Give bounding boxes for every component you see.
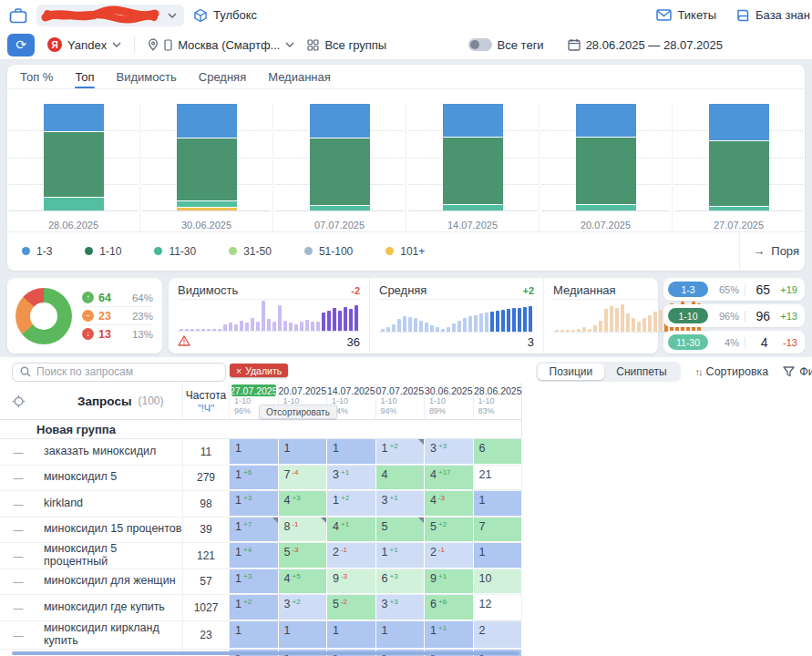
top-stat-row-11-30[interactable]: 11-304%4-13 [663,331,805,354]
position-cell[interactable]: 1 [327,439,376,465]
position-cell[interactable]: 1 [376,621,426,650]
horizontal-scrollbar[interactable] [12,651,519,655]
bar-segment-1-10[interactable] [709,140,769,207]
query-cell[interactable]: миноксидил 5 процентный [36,543,182,569]
group-row[interactable]: Новая группа [0,420,521,439]
table-row[interactable]: —миноксидил 5 процентный1211+45-32-11+12… [0,543,521,569]
position-cell[interactable]: 12 [474,595,523,620]
tab-visibility[interactable]: Видимость [117,66,177,87]
legend-item-51-100[interactable]: 51-100 [304,245,353,258]
bar-segment-1-3[interactable] [576,104,636,137]
stacked-bar[interactable] [443,104,503,210]
bar-segment-1-3[interactable] [709,104,769,140]
top-stat-row-1-3[interactable]: 1-365%65+19 [663,278,805,301]
legend-item-101+[interactable]: 101+ [385,245,425,258]
position-cell[interactable]: 1+6 [230,466,279,491]
queries-header[interactable]: Запросы (100) [36,383,182,419]
bar-segment-1-10[interactable] [44,131,104,196]
position-cell[interactable]: 2-1 [327,543,376,569]
bar-segment-11-30[interactable] [709,206,769,210]
row-drag-handle[interactable]: — [0,621,36,650]
position-cell[interactable]: 9+1 [425,569,474,595]
bar-segment-101+[interactable] [177,207,237,210]
position-cell[interactable]: 3+3 [376,595,426,620]
tab-median[interactable]: Медианная [268,66,331,87]
stacked-bar[interactable] [709,104,769,210]
position-cell[interactable]: 7 [474,518,523,543]
bar-segment-11-30[interactable] [443,204,503,210]
bar-segment-11-30[interactable] [44,197,104,210]
position-cell[interactable]: 3+2 [279,595,328,620]
search-input[interactable] [36,365,218,378]
query-cell[interactable]: миноксидил 5 [36,466,182,491]
position-cell[interactable]: 21 [474,466,523,491]
summary-panel-Видимость[interactable]: Видимость-236 [169,278,369,354]
position-cell[interactable]: 1 [279,439,328,465]
position-cell[interactable]: 4 [376,466,426,491]
table-row[interactable]: —заказать миноксидил111111+23+36 [0,439,521,466]
table-row[interactable]: —миноксидил 15 процентов391+78-14+155+27 [0,518,521,544]
bar-segment-1-10[interactable] [310,138,370,205]
position-cell[interactable]: 2-1 [425,543,474,569]
tags-toggle[interactable]: Все теги [468,38,544,52]
select-all-cell[interactable] [0,383,36,419]
position-cell[interactable]: 6 [474,439,523,465]
position-cell[interactable]: 6+6 [425,595,474,620]
position-cell[interactable]: 1+7 [230,518,279,543]
stacked-bar[interactable] [576,104,636,210]
summary-panel-Средняя[interactable]: Средняя+23 [369,278,543,354]
position-cell[interactable]: 5-2 [327,595,376,620]
position-cell[interactable]: 1+2 [376,439,426,465]
row-drag-handle[interactable]: — [0,466,36,491]
position-cell[interactable]: 1 [230,439,279,465]
position-cell[interactable]: 1+1 [376,543,426,569]
position-cell[interactable]: 4+17 [425,466,474,491]
row-drag-handle[interactable]: — [0,595,36,620]
position-cell[interactable]: 1 [474,491,523,517]
bar-segment-1-3[interactable] [443,104,503,137]
positions-tab[interactable]: Позиции [538,364,605,380]
bar-segment-11-30[interactable] [310,205,370,210]
row-drag-handle[interactable]: — [0,518,36,543]
position-cell[interactable]: 4+1 [327,518,376,543]
bar-segment-1-3[interactable] [177,104,237,138]
bar-segment-11-30[interactable] [177,200,237,207]
legend-item-1-3[interactable]: 1-3 [22,245,52,258]
bar-segment-1-3[interactable] [310,104,370,138]
position-cell[interactable]: 1+4 [230,543,279,569]
position-cell[interactable]: 4+3 [279,491,328,517]
bar-segment-1-3[interactable] [44,104,104,131]
position-cell[interactable]: 5+2 [425,518,474,543]
legend-item-11-30[interactable]: 11-30 [154,245,196,258]
search-box[interactable] [12,363,226,382]
query-cell[interactable]: миноксидил для женщин [36,569,182,595]
order-link[interactable]: → Поря [739,232,805,270]
position-cell[interactable]: 9-3 [327,569,376,595]
stacked-bar[interactable] [44,104,104,210]
query-cell[interactable]: миноксидил где купить [36,595,182,620]
query-cell[interactable]: заказать миноксидил [36,439,182,465]
position-cell[interactable]: 4-3 [425,491,474,517]
delete-button[interactable]: × Удалить [230,364,288,377]
position-cell[interactable]: 7-4 [279,466,328,491]
position-cell[interactable]: 1+3 [230,569,279,595]
table-row[interactable]: —миноксидил где купить10271+23+25-23+36+… [0,595,521,621]
table-row[interactable]: —kirkland981+34+31+23+14-31 [0,491,521,518]
frequency-header[interactable]: Частота "!Ч" [182,383,230,419]
position-cell[interactable]: 5 [376,518,426,543]
warning-icon[interactable] [178,333,190,350]
query-cell[interactable]: миноксидил 15 процентов [36,518,182,543]
stacked-bar[interactable] [310,104,370,210]
groups-selector[interactable]: Все группы [307,38,386,52]
date-range-picker[interactable]: 28.06.2025 — 28.07.2025 [568,38,723,52]
position-cell[interactable]: 1+3 [230,491,279,517]
position-cell[interactable]: 1+1 [425,621,474,650]
search-engine-selector[interactable]: Я Yandex [47,37,121,52]
refresh-button[interactable]: ⟳ [7,34,35,56]
bar-segment-1-10[interactable] [576,137,636,204]
position-cell[interactable]: 1+2 [230,595,279,620]
position-cell[interactable]: 1 [474,543,523,569]
position-cell[interactable]: 2 [474,621,523,650]
legend-item-1-10[interactable]: 1-10 [85,245,121,258]
knowledge-base-link[interactable]: База знан [736,8,810,22]
